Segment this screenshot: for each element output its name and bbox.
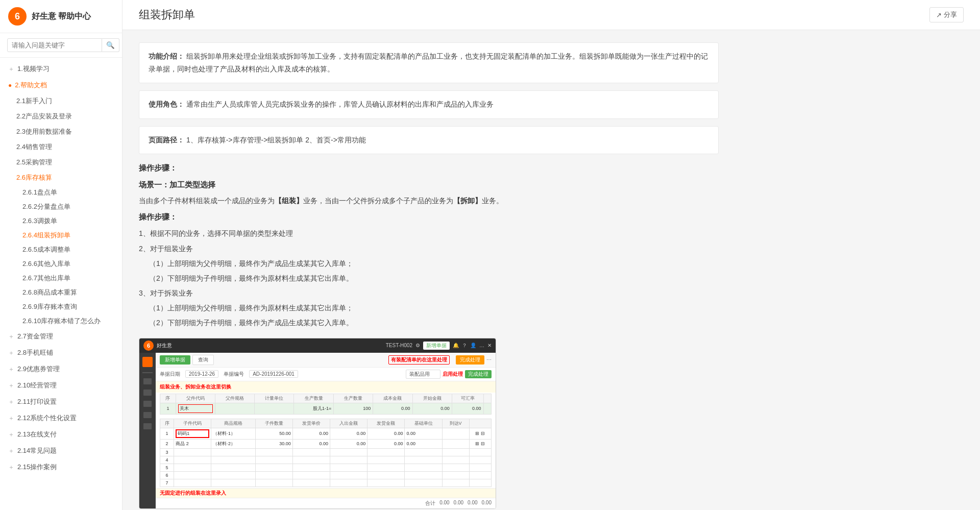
sc-btd-4-3 [255,456,292,464]
nav-section: ＋ 1.视频学习 ● 2.帮助文档 2.1新手入门 2.2产品安装及登录 2.3… [0,58,122,478]
sc-btd-3-8 [442,448,469,456]
sidebar-item-2-9[interactable]: ＋ 2.9优惠券管理 [0,361,122,377]
sc-type-value[interactable]: AD-20191226-001 [249,370,298,378]
sidebar-item-2-6-6[interactable]: 2.6.6其他入库单 [0,257,122,271]
sc-btd-3-7 [405,448,442,456]
sc-annotation3: 启用处理 [443,371,463,378]
sc-totals-row: 合计 0.00 0.00 0.00 0.00 [156,498,496,508]
path-block: 页面路径： 1、库存核算->库存管理->组装拆卸单 2、首页->常用功能 [139,126,719,154]
search-bar: 🔍 [0,33,122,58]
sc-complete-btn[interactable]: 完成处理 [456,355,484,365]
sidebar-item-2-6-8[interactable]: 2.6.8商品成本重算 [0,285,122,300]
sc-annotation4: 无固定进行的组装在这里录入 [160,490,226,496]
sc-brow-7: 7 [160,479,492,487]
sc-nav-item5[interactable] [143,423,152,429]
sidebar-item-2-6-1[interactable]: 2.6.1盘点单 [0,185,122,200]
sidebar-item-2-13[interactable]: ＋ 2.13在线支付 [0,426,122,443]
sidebar-item-2-6-5[interactable]: 2.6.5成本调整单 [0,242,122,257]
step-2b: （2）下部明细为子件明细，最终作为原材料生成某其它出库单。 [149,272,719,285]
sc-bth-2: 商品规格 [211,419,255,428]
func-intro-text: 组装拆卸单用来处理企业组装或拆卸等加工业务，支持有固定装配清单的产品加工业务，也… [149,52,708,73]
sc-tab-new[interactable]: 新增单据 [160,355,190,365]
sc-select-input[interactable]: 装配品用 [406,370,440,379]
sidebar-item-2-8[interactable]: ＋ 2.8手机旺铺 [0,345,122,361]
step-2: 2、对于组装业务 [139,242,719,255]
logo-title: 好生意 帮助中心 [32,11,91,22]
sc-btd-1-3: 50.00 [255,428,292,439]
sc-btd-2-5: 0.00 [330,439,367,448]
sidebar-item-2-12[interactable]: ＋ 2.12系统个性化设置 [0,410,122,426]
sc-btd-7-4 [292,479,330,487]
sc-btd-1-1: 码码1 [174,428,211,439]
sidebar-item-2-5[interactable]: 2.5采购管理 [0,155,122,170]
sidebar-item-2-14-label: 2.14常见问题 [17,446,57,455]
sidebar-item-2-6-9[interactable]: 2.6.9库存账本查询 [0,300,122,314]
sc-bottom-table: 序 子件代码 商品规格 子件数量 发货单价 入出金额 发货金额 基础单位 到达V [160,419,492,487]
sidebar-item-2-4[interactable]: 2.4销售管理 [0,139,122,155]
sc-btd-6-act [469,471,492,479]
share-button[interactable]: ↗ 分享 [929,7,964,22]
sc-nav-home[interactable] [142,357,153,367]
sidebar-item-2-6-6-label: 2.6.6其他入库单 [22,260,70,268]
role-block: 使用角色： 通常由生产人员或库管人员完成拆装业务的操作，库管人员确认原材料的出库… [139,90,719,118]
sc-btd-1-2: （材料·1） [211,428,255,439]
sidebar-item-2-15[interactable]: ＋ 2.15操作案例 [0,459,122,475]
step-3b: （2）下部明细为子件明细，最终作为产成品生成某其它入库单。 [149,317,719,329]
sidebar-item-2-6-1-label: 2.6.1盘点单 [22,188,57,196]
sidebar-item-2-1[interactable]: 2.1新手入门 [0,93,122,109]
sc-top-td-seq: 1 [160,403,176,414]
sidebar-item-2-6-7[interactable]: 2.6.7其他出库单 [0,271,122,285]
sc-brow-3: 3 [160,448,492,456]
sc-tab-row: 新增单据 查询 有装配清单的在这里处理 完成处理 ⋯ [156,353,496,368]
sidebar-item-2-1-label: 2.1新手入门 [16,97,52,105]
sc-btd-2-0: 2 [160,439,174,448]
sidebar-item-2[interactable]: ● 2.帮助文档 [0,77,122,93]
sidebar-item-1[interactable]: ＋ 1.视频学习 [0,61,122,77]
sc-btd-1-7: 0.00 [405,428,442,439]
sc-btd-6-1 [174,471,211,479]
sc-btd-2-act: ⊞ ⊟ [469,439,492,448]
sidebar-item-2-6-4[interactable]: 2.6.4组装拆卸单 [0,228,122,242]
sidebar-item-2-14[interactable]: ＋ 2.14常见问题 [0,443,122,459]
sidebar-item-2-6-3[interactable]: 2.6.3调拨单 [0,214,122,228]
sidebar-item-2-12-label: 2.12系统个性化设置 [17,414,77,423]
sidebar-item-2-6-2[interactable]: 2.6.2分量盘点单 [0,200,122,214]
sc-bth-0: 序 [160,419,174,428]
sc-btd-7-0: 7 [160,479,174,487]
sc-nav-item4[interactable] [143,412,152,418]
sidebar-item-2-8-label: 2.8手机旺铺 [17,348,53,357]
sc-close-icon[interactable]: ✕ [487,343,492,348]
sidebar-item-2-6-10[interactable]: 2.6.10库存账本错了怎么办 [0,314,122,328]
sidebar-item-2-2[interactable]: 2.2产品安装及登录 [0,109,122,124]
sc-tab-query[interactable]: 查询 [192,355,214,365]
sidebar-item-2-7[interactable]: ＋ 2.7资金管理 [0,328,122,345]
sidebar-item-2-6[interactable]: 2.6库存核算 [0,170,122,185]
sc-new-btn[interactable]: 新增单据 [423,342,450,350]
sc-btd-2-2: （材料·2） [211,439,255,448]
plus-icon-2-12: ＋ [8,414,14,423]
sc-top-row-1: 1 关木 股儿1-1= 100 0.00 0.00 [160,403,492,414]
sidebar-item-2-11[interactable]: ＋ 2.11打印设置 [0,394,122,410]
sc-date-value[interactable]: 2019-12-26 [185,370,218,378]
sidebar-item-2-6-7-label: 2.6.7其他出库单 [22,274,70,282]
search-input[interactable] [7,38,102,52]
sc-submit-btn[interactable]: 完成处理 [465,370,492,378]
sc-top-td-code-input[interactable]: 关木 [178,404,213,413]
sc-nav-item3[interactable] [143,401,152,407]
sc-top-td-code[interactable]: 关木 [176,403,215,414]
sc-bth-1: 子件代码 [174,419,211,428]
sc-header-id: TEST-H002 [386,343,412,348]
step-1: 1、根据不同的业务，选择不同单据的类型来处理 [139,227,719,240]
sidebar-item-2-3[interactable]: 2.3使用前数据准备 [0,124,122,139]
sc-select-area: 装配品用 启用处理 完成处理 [406,370,492,379]
sc-nav-item2[interactable] [143,390,152,396]
sidebar-item-2-10[interactable]: ＋ 2.10经营管理 [0,377,122,394]
sc-th-actions [483,394,491,403]
sc-nav-item1[interactable] [143,378,152,384]
sc-btd-5-5 [330,464,367,471]
search-button[interactable]: 🔍 [102,38,119,52]
sc-btd-3-6 [368,448,405,456]
sc-btd-2-8 [442,439,469,448]
step-3: 3、对于拆装业务 [139,287,719,300]
sc-bell-icon: 🔔 [453,343,459,348]
